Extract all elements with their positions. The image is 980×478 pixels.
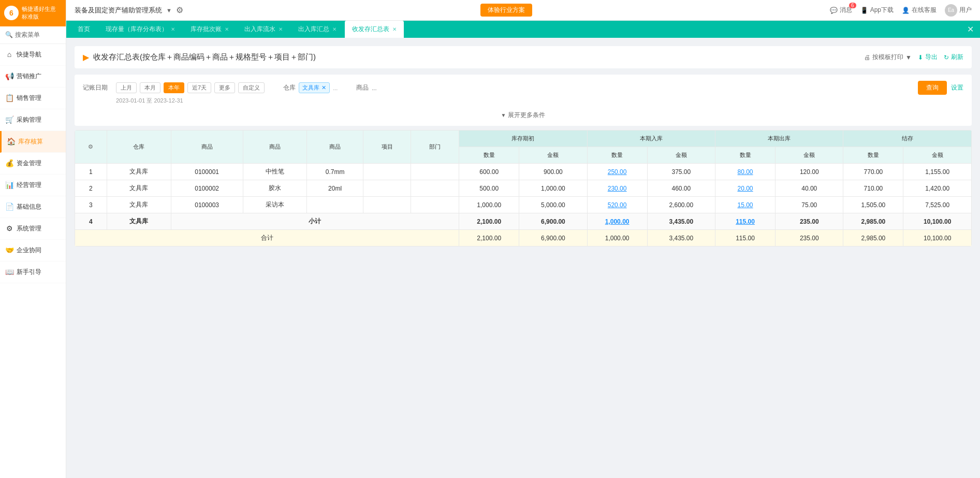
subtotal-out-qty[interactable]: 115.00: [715, 213, 776, 230]
sidebar-item-finance[interactable]: 💰 资金管理: [0, 153, 66, 175]
row-out-qty[interactable]: 15.00: [715, 197, 776, 213]
subtotal-in-qty[interactable]: 1,000.00: [587, 213, 647, 230]
logo-icon: 6: [4, 6, 19, 20]
row-in-qty[interactable]: 230.00: [587, 180, 647, 197]
date-btn-this-year[interactable]: 本年: [164, 82, 184, 93]
sidebar-item-quick-nav[interactable]: ⌂ 快捷导航: [0, 44, 66, 66]
tab-in-out-flow-close[interactable]: ✕: [279, 26, 283, 32]
subtotal-warehouse: 文具库: [107, 213, 171, 230]
sidebar-item-basic-info[interactable]: 📄 基础信息: [0, 196, 66, 218]
tab-receive-send[interactable]: 收发存汇总表 ✕: [345, 21, 404, 38]
basic-info-icon: 📄: [5, 202, 13, 211]
print-btn[interactable]: 🖨 按模板打印 ▼: [864, 53, 912, 62]
sidebar-search[interactable]: 🔍 搜索菜单: [0, 26, 66, 44]
page-back-btn[interactable]: ▶: [83, 52, 89, 62]
query-button[interactable]: 查询: [918, 81, 947, 95]
row-dept: [411, 164, 459, 180]
tab-stock-dist[interactable]: 现存量（库存分布表） ✕: [98, 21, 182, 38]
row-in-amt: 375.00: [647, 164, 715, 180]
col-header-dept: 部门: [411, 131, 459, 164]
col-header-in-amt: 金额: [647, 147, 715, 164]
close-all-tabs[interactable]: ✕: [965, 22, 976, 36]
tab-home-label: 首页: [78, 25, 90, 34]
row-out-amt: 120.00: [776, 164, 843, 180]
online-service-btn[interactable]: 👤 在线客服: [902, 6, 937, 15]
print-icon: 🖨: [864, 54, 870, 61]
tab-home[interactable]: 首页: [70, 21, 97, 38]
sidebar-item-inventory[interactable]: 🏠 库存核算: [0, 131, 66, 153]
subtotal-opening-qty: 2,100.00: [459, 213, 519, 230]
tab-batch-account-close[interactable]: ✕: [225, 26, 229, 32]
expand-label: 展开更多条件: [508, 111, 545, 120]
finance-icon: 💰: [5, 159, 13, 167]
table-settings-icon[interactable]: ⚙: [88, 143, 93, 150]
row-project: [363, 164, 411, 180]
col-header-out-amt: 金额: [776, 147, 843, 164]
sidebar-item-marketing[interactable]: 📢 营销推广: [0, 66, 66, 88]
filter-settings-link[interactable]: 设置: [951, 83, 963, 92]
row-opening-amt: 900.00: [519, 164, 587, 180]
expand-filter-btn[interactable]: ▼ 展开更多条件: [501, 111, 546, 120]
table-row: 3 文具库 0100003 采访本 1,000.00 5,000.00 520.…: [75, 197, 972, 213]
export-btn[interactable]: ⬇ 导出: [918, 53, 938, 62]
messages-btn[interactable]: 💬 消息 6: [830, 6, 852, 15]
date-btn-last-month[interactable]: 上月: [116, 82, 137, 93]
row-out-qty[interactable]: 20.00: [715, 180, 776, 197]
sidebar: 6 畅捷通好生意 标准版 🔍 搜索菜单 ⌂ 快捷导航 📢 营销推广 📋 销售管理…: [0, 0, 66, 478]
row-opening-amt: 5,000.00: [519, 197, 587, 213]
system-icon: ⚙: [5, 224, 13, 233]
date-options: 上月 本月 本年 近7天 更多 自定义: [116, 82, 265, 93]
sidebar-item-operations[interactable]: 📊 经营管理: [0, 175, 66, 196]
total-out-amt: 235.00: [776, 230, 843, 247]
row-spec: 0.7mm: [307, 164, 363, 180]
tab-receive-send-close[interactable]: ✕: [392, 26, 397, 32]
user-menu[interactable]: Ea 用户: [945, 4, 972, 17]
user-label: 用户: [959, 6, 972, 15]
trial-btn[interactable]: 体验行业方案: [480, 4, 532, 17]
col-header-out-qty: 数量: [715, 147, 776, 164]
row-out-qty[interactable]: 80.00: [715, 164, 776, 180]
tab-in-out-summary-close[interactable]: ✕: [332, 26, 337, 32]
warehouse-more[interactable]: ...: [333, 85, 338, 91]
data-table: ⚙ 仓库 商品 商品 商品 项目 部门 库存期初 本期入库 本期出库 结存: [75, 130, 972, 247]
tab-batch-account-label: 库存批次账: [191, 25, 222, 34]
subtotal-closing-amt: 10,100.00: [903, 213, 972, 230]
col-header-opening: 库存期初: [459, 131, 587, 147]
row-in-qty[interactable]: 250.00: [587, 164, 647, 180]
tab-in-out-flow[interactable]: 出入库流水 ✕: [237, 21, 290, 38]
app-download-btn[interactable]: 📱 App下载: [860, 6, 894, 15]
page-title: 收发存汇总表(按仓库＋商品编码＋商品＋规格型号＋项目＋部门): [93, 52, 316, 62]
row-project: [363, 197, 411, 213]
sidebar-item-guide[interactable]: 📖 新手引导: [0, 262, 66, 283]
topbar-settings-icon[interactable]: ⚙: [176, 5, 183, 15]
refresh-btn[interactable]: ↻ 刷新: [944, 53, 963, 62]
row-product-code: 0100001: [171, 164, 243, 180]
date-btn-this-month[interactable]: 本月: [140, 82, 160, 93]
tab-batch-account[interactable]: 库存批次账 ✕: [183, 21, 236, 38]
sidebar-item-sales[interactable]: 📋 销售管理: [0, 88, 66, 109]
sidebar-item-system[interactable]: ⚙ 系统管理: [0, 218, 66, 240]
table-row: 2 文具库 0100002 胶水 20ml 500.00 1,000.00 23…: [75, 180, 972, 197]
date-filter-label: 记账日期: [83, 83, 108, 92]
row-opening-qty: 1,000.00: [459, 197, 519, 213]
row-product-code: 0100002: [171, 180, 243, 197]
row-product-code: 0100003: [171, 197, 243, 213]
product-more[interactable]: ...: [372, 85, 376, 91]
row-opening-qty: 500.00: [459, 180, 519, 197]
sidebar-item-enterprise[interactable]: 🤝 企业协同: [0, 240, 66, 262]
tab-in-out-summary[interactable]: 出入库汇总 ✕: [291, 21, 344, 38]
warehouse-tag-close[interactable]: ✕: [321, 84, 326, 91]
export-label: 导出: [925, 53, 938, 62]
row-warehouse: 文具库: [107, 164, 171, 180]
row-in-qty[interactable]: 520.00: [587, 197, 647, 213]
row-index: 2: [75, 180, 107, 197]
subtotal-row: 4 文具库 小计 2,100.00 6,900.00 1,000.00 3,43…: [75, 213, 972, 230]
col-header-closing-qty: 数量: [843, 147, 903, 164]
date-btn-more[interactable]: 更多: [214, 82, 235, 93]
date-btn-7days[interactable]: 近7天: [187, 82, 211, 93]
sidebar-item-purchase[interactable]: 🛒 采购管理: [0, 109, 66, 131]
filter-action-area: 查询 设置: [918, 81, 963, 95]
system-dropdown[interactable]: ▼: [166, 7, 172, 13]
date-btn-custom[interactable]: 自定义: [238, 82, 265, 93]
tab-stock-dist-close[interactable]: ✕: [171, 26, 175, 32]
